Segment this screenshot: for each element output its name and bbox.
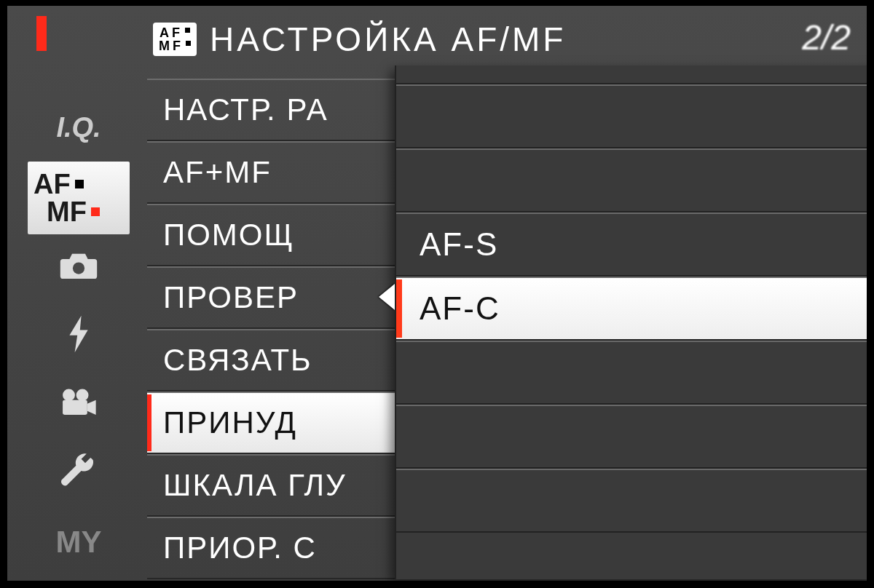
tab-afmf-top: AF — [34, 170, 71, 198]
tab-iq-label: I.Q. — [56, 112, 101, 143]
wrench-icon — [59, 451, 98, 497]
popup-option-afs[interactable]: AF-S — [396, 212, 867, 277]
list-item[interactable]: ШКАЛА ГЛУ — [147, 454, 409, 517]
tab-setup[interactable] — [28, 440, 130, 508]
popup-row-empty — [396, 341, 867, 405]
list-item-selected[interactable]: ПРИНУД — [147, 392, 409, 454]
header-icon-top: AF — [160, 26, 183, 39]
tab-my[interactable]: MY — [28, 508, 130, 576]
afmf-header-icon: AF MF — [153, 23, 197, 56]
settings-list: НАСТР. РА AF+MF ПОМОЩ ПРОВЕР СВЯЗАТЬ ПРИ… — [147, 79, 409, 579]
movie-icon — [59, 383, 98, 429]
list-item[interactable]: ПРИОР. С — [147, 517, 409, 579]
header-title: НАСТРОЙКА AF/MF — [210, 20, 566, 59]
popup-row-empty — [396, 405, 867, 469]
page-indicator: 2/2 — [802, 17, 851, 57]
svg-point-0 — [73, 262, 84, 274]
menu-header: AF MF НАСТРОЙКА AF/MF — [153, 15, 852, 64]
accent-bar — [36, 16, 47, 51]
list-item[interactable]: AF+MF — [147, 141, 409, 204]
svg-rect-3 — [63, 400, 87, 414]
list-item[interactable]: СВЯЗАТЬ — [147, 329, 409, 392]
list-item[interactable]: ПОМОЩ — [147, 204, 409, 266]
tab-my-label: MY — [56, 525, 102, 560]
tab-shooting[interactable] — [28, 234, 130, 303]
popup-row-empty — [396, 469, 867, 533]
tab-afmf-bottom: MF — [47, 198, 87, 226]
option-popup: AF-S AF-C — [395, 65, 867, 579]
list-item[interactable]: ПРОВЕР — [147, 266, 409, 329]
popup-option-afc[interactable]: AF-C — [396, 277, 867, 341]
back-arrow-icon[interactable] — [379, 284, 395, 310]
tab-movie[interactable] — [28, 371, 130, 440]
camera-icon — [59, 246, 98, 292]
popup-row-empty — [396, 84, 867, 148]
camera-menu-screen: AF MF НАСТРОЙКА AF/MF 2/2 I.Q. AF MF — [7, 6, 867, 581]
header-icon-bottom: MF — [159, 39, 184, 52]
svg-point-1 — [63, 389, 75, 401]
popup-row-empty — [396, 148, 867, 212]
list-item[interactable]: НАСТР. РА — [147, 79, 409, 141]
svg-point-2 — [76, 389, 89, 401]
tab-afmf[interactable]: AF MF — [28, 162, 130, 234]
tab-flash[interactable] — [28, 303, 130, 371]
flash-icon — [59, 314, 98, 360]
popup-row-empty — [396, 65, 867, 84]
category-sidebar: I.Q. AF MF M — [28, 93, 130, 576]
tab-iq[interactable]: I.Q. — [28, 93, 130, 162]
